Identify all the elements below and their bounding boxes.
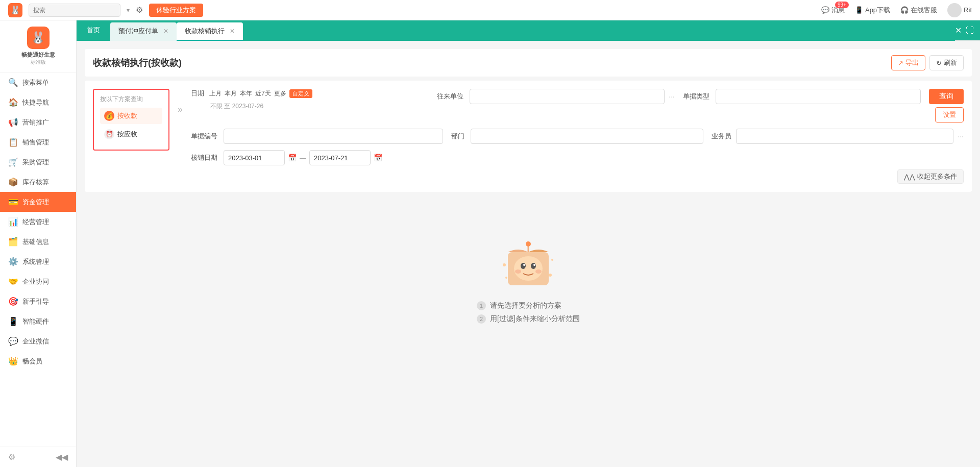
writeoff-date-start[interactable] (224, 150, 285, 165)
sidebar-item-label: 营销推广 (22, 118, 49, 127)
date-shortcut-thismonth[interactable]: 本月 (225, 89, 237, 98)
username: Rit (964, 6, 972, 14)
sidebar-item-sales[interactable]: 📋 销售管理 (0, 132, 76, 152)
tab-prepay-close[interactable]: ✕ (163, 28, 168, 35)
bill-no-label: 单据编号 (191, 132, 219, 141)
refresh-button[interactable]: ↻ 刷新 (929, 55, 964, 70)
calendar-end-icon[interactable]: 📅 (374, 154, 382, 162)
tab-expand-icon[interactable]: ⛶ (966, 26, 974, 35)
counterpart-input[interactable] (470, 89, 665, 104)
logo-icon: 🐰 (8, 3, 22, 17)
filter-option-by-receipt[interactable]: 💰 按收款 (100, 108, 162, 124)
sidebar-item-operations[interactable]: 📊 经营管理 (0, 212, 76, 232)
settings-button[interactable]: 设置 (935, 107, 964, 122)
calendar-start-icon[interactable]: 📅 (288, 154, 297, 162)
date-shortcut-more[interactable]: 更多 (274, 89, 286, 98)
tip-num-1: 1 (477, 301, 486, 310)
writeoff-date-range: 📅 — 📅 (224, 150, 382, 165)
sidebar-item-inventory[interactable]: 📦 库存核算 (0, 172, 76, 192)
sidebar-item-purchase[interactable]: 🛒 采购管理 (0, 152, 76, 172)
writeoff-date-end[interactable] (309, 150, 371, 165)
sidebar-item-basics[interactable]: 🗂️ 基础信息 (0, 232, 76, 252)
sidebar-item-marketing[interactable]: 📢 营销推广 (0, 112, 76, 132)
sidebar-item-guide[interactable]: 🎯 新手引导 (0, 291, 76, 311)
date-shortcut-7days[interactable]: 近7天 (255, 89, 271, 98)
tab-close-all-icon[interactable]: ✕ (955, 26, 962, 35)
sidebar: 🐰 畅捷通好生意 标准版 🔍 搜索菜单 🏠 快捷导航 📢 营销推广 📋 销售管理… (0, 20, 77, 467)
salesperson-input[interactable] (736, 129, 953, 144)
empty-tip-1: 1 请先选择要分析的方案 (477, 301, 580, 310)
gear-icon[interactable]: ⚙ (136, 5, 143, 15)
tip-num-2: 2 (477, 314, 486, 324)
filter-panel: 按以下方案查询 💰 按收款 ⏰ 按应收 » (85, 81, 972, 192)
sidebar-item-wechat[interactable]: 💬 企业微信 (0, 331, 76, 351)
user-profile[interactable]: Rit (947, 3, 972, 17)
tab-prepay-label: 预付冲应付单 (118, 27, 158, 36)
marketing-icon: 📢 (8, 117, 18, 127)
sidebar-item-quicknav[interactable]: 🏠 快捷导航 (0, 92, 76, 112)
app-download-button[interactable]: 📱 App下载 (855, 6, 890, 15)
search-input[interactable] (29, 4, 120, 17)
filter-option-by-receivable[interactable]: ⏰ 按应收 (100, 126, 162, 142)
sidebar-item-label: 企业微信 (22, 337, 49, 346)
collapse-left-icon[interactable]: » (176, 104, 185, 115)
sidebar-item-collab[interactable]: 🤝 企业协同 (0, 272, 76, 291)
tab-prepay[interactable]: 预付冲应付单 ✕ (110, 22, 177, 41)
date-field: 日期 上月 本月 本年 近7天 更多 自定义 (191, 89, 429, 111)
svg-point-9 (526, 241, 531, 247)
date-separator: — (300, 154, 306, 162)
bill-no-field: 单据编号 (191, 129, 443, 144)
messages-button[interactable]: 💬 消息 99+ (821, 6, 845, 15)
member-icon: 👑 (8, 356, 18, 366)
chevron-down-icon[interactable]: ▾ (127, 7, 130, 14)
svg-point-5 (533, 264, 535, 266)
sidebar-item-member[interactable]: 👑 畅会员 (0, 351, 76, 371)
svg-point-13 (505, 277, 507, 279)
counterpart-field: 往来单位 ··· (437, 89, 675, 104)
bill-no-input[interactable] (224, 129, 443, 144)
export-button[interactable]: ↗ 导出 (891, 55, 925, 70)
svg-point-2 (521, 263, 526, 269)
bill-type-select[interactable] (716, 89, 921, 104)
solution-button[interactable]: 休验行业方案 (149, 4, 203, 17)
sidebar-item-system[interactable]: ⚙️ 系统管理 (0, 252, 76, 272)
svg-point-4 (523, 264, 525, 266)
sidebar-item-label: 资金管理 (22, 198, 49, 207)
form-actions: 查询 设置 (929, 89, 964, 122)
counterpart-dots[interactable]: ··· (669, 92, 675, 101)
date-shortcut-lastmonth[interactable]: 上月 (209, 89, 222, 98)
page-header: 收款核销执行(按收款) ↗ 导出 ↻ 刷新 (85, 49, 972, 77)
online-service-button[interactable]: 🎧 在线客服 (900, 6, 937, 15)
collapse-more-btn[interactable]: ⋀⋀ 收起更多条件 (897, 169, 964, 184)
wechat-icon: 💬 (8, 336, 18, 346)
settings-bottom-icon[interactable]: ⚙ (8, 452, 15, 462)
svg-point-10 (503, 263, 506, 266)
filter-option-receivable-label: 按应收 (117, 130, 137, 139)
bill-type-field: 单据类型 (683, 89, 921, 104)
sidebar-item-hardware[interactable]: 📱 智能硬件 (0, 311, 76, 331)
salesperson-dots[interactable]: ··· (958, 132, 964, 140)
writeoff-date-field: 核销日期 📅 — 📅 (191, 150, 964, 165)
tab-home[interactable]: 首页 (77, 20, 110, 41)
collapse-sidebar-icon[interactable]: ◀◀ (56, 452, 68, 462)
sidebar-item-finance[interactable]: 💳 资金管理 (0, 192, 76, 212)
avatar (947, 3, 962, 17)
empty-tips: 1 请先选择要分析的方案 2 用[过滤]条件来缩小分析范围 (477, 301, 580, 324)
date-label: 日期 (191, 89, 206, 98)
tab-bar-controls: ✕ ⛶ (955, 26, 980, 35)
query-button[interactable]: 查询 (929, 89, 964, 104)
date-shortcuts: 上月 本月 本年 近7天 更多 自定义 (209, 89, 312, 98)
dept-label: 部门 (451, 132, 467, 141)
receipt-icon: 💰 (104, 111, 114, 121)
sidebar-item-label: 基础信息 (22, 237, 49, 247)
sidebar-item-label: 智能硬件 (22, 317, 49, 326)
date-shortcut-thisyear[interactable]: 本年 (240, 89, 252, 98)
date-shortcut-custom[interactable]: 自定义 (289, 89, 312, 98)
tab-bar: 首页 预付冲应付单 ✕ 收款核销执行 ✕ ✕ ⛶ (77, 20, 980, 41)
tab-writeoff[interactable]: 收款核销执行 ✕ (177, 22, 243, 41)
page-title: 收款核销执行(按收款) (93, 57, 182, 69)
dept-select[interactable] (471, 129, 703, 144)
sidebar-item-search[interactable]: 🔍 搜索菜单 (0, 72, 76, 92)
empty-illustration (495, 237, 561, 293)
tab-writeoff-close[interactable]: ✕ (230, 28, 235, 35)
